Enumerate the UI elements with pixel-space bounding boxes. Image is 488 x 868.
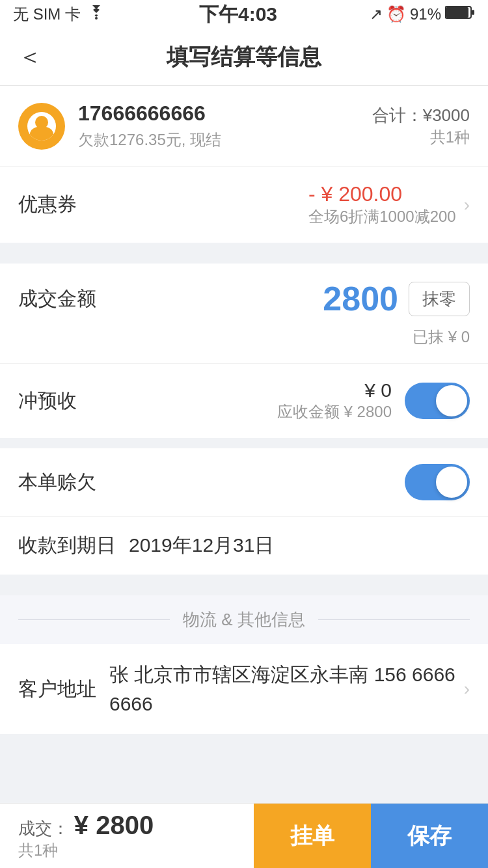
precharge-amount: ¥ 0 (277, 379, 392, 401)
address-row[interactable]: 客户地址 张 北京市市辖区海淀区永丰南 156 6666 6666 › (0, 644, 488, 734)
total-count: 共1种 (372, 127, 470, 148)
bottom-summary: 成交： ¥ 2800 共1种 (0, 811, 254, 861)
divider-gray-2 (0, 438, 488, 448)
page-title: 填写结算等信息 (167, 42, 321, 72)
duedate-row: 收款到期日 2019年12月31日 (0, 516, 488, 575)
bottom-bar: 成交： ¥ 2800 共1种 挂单 保存 (0, 803, 488, 868)
battery-icon (445, 5, 475, 23)
avatar (18, 103, 65, 150)
amount-number: 2800 (323, 279, 398, 318)
duedate-value: 2019年12月31日 (129, 532, 274, 559)
svg-point-0 (95, 17, 98, 20)
amount-value-group: 2800 抹零 (323, 279, 470, 318)
bottom-count: 共1种 (18, 840, 236, 861)
round-button[interactable]: 抹零 (409, 282, 470, 316)
address-label: 客户地址 (18, 676, 96, 703)
chevron-right-icon: › (464, 195, 470, 215)
credit-toggle-thumb (436, 467, 467, 498)
status-time: 下午4:03 (199, 1, 277, 28)
customer-row: 17666666666 欠款1276.35元, 现结 合计：¥3000 共1种 (0, 86, 488, 166)
amount-row: 成交金额 2800 抹零 (18, 279, 470, 318)
wifi-icon (86, 5, 107, 23)
save-button[interactable]: 保存 (371, 804, 488, 869)
nav-bar: ＜ 填写结算等信息 (0, 29, 488, 86)
avatar-icon (27, 112, 56, 141)
sim-label: 无 SIM 卡 (13, 4, 81, 25)
credit-label: 本单赊欠 (18, 469, 96, 496)
credit-row: 本单赊欠 (0, 448, 488, 516)
bottom-deal-amount: ¥ 2800 (74, 811, 154, 839)
total-label: 合计：¥3000 (372, 104, 470, 127)
hold-button[interactable]: 挂单 (254, 804, 371, 869)
status-right: ↗ ⏰ 91% (370, 5, 475, 23)
status-bar: 无 SIM 卡 下午4:03 ↗ ⏰ 91% (0, 0, 488, 29)
customer-info: 17666666666 欠款1276.35元, 现结 (78, 102, 221, 150)
precharge-right: ¥ 0 应收金额 ¥ 2800 (277, 379, 470, 422)
svg-rect-3 (472, 10, 474, 15)
coupon-description: 全场6折满1000减200 (308, 206, 456, 227)
location-icon: ↗ (370, 5, 383, 23)
logistics-line-left (18, 619, 170, 620)
coupon-row[interactable]: 优惠券 - ¥ 200.00 全场6折满1000减200 › (0, 166, 488, 243)
toggle-thumb (436, 385, 467, 416)
customer-right: 合计：¥3000 共1种 (372, 104, 470, 148)
credit-section: 本单赊欠 收款到期日 2019年12月31日 (0, 448, 488, 575)
divider-gray-3 (0, 585, 488, 595)
customer-debt: 欠款1276.35元, 现结 (78, 129, 221, 150)
logistics-divider: 物流 & 其他信息 (0, 595, 488, 644)
amount-section: 成交金额 2800 抹零 已抹 ¥ 0 (0, 264, 488, 363)
svg-rect-2 (446, 7, 468, 18)
precharge-label: 冲预收 (18, 388, 77, 414)
coupon-label: 优惠券 (18, 191, 77, 218)
coupon-discount: - ¥ 200.00 (308, 182, 456, 206)
coupon-right: - ¥ 200.00 全场6折满1000减200 › (308, 182, 470, 227)
amount-label: 成交金额 (18, 286, 96, 312)
battery-level: 91% (410, 5, 441, 23)
duedate-label: 收款到期日 (18, 532, 116, 559)
bottom-deal-label: 成交： (18, 819, 69, 838)
status-left: 无 SIM 卡 (13, 4, 107, 25)
back-button[interactable]: ＜ (18, 41, 42, 73)
divider-gray-1 (0, 253, 488, 264)
precharge-row: 冲预收 ¥ 0 应收金额 ¥ 2800 (0, 363, 488, 438)
customer-section: 17666666666 欠款1276.35元, 现结 合计：¥3000 共1种 … (0, 86, 488, 243)
customer-phone: 17666666666 (78, 102, 221, 126)
credit-toggle[interactable] (405, 464, 470, 500)
amount-sub: 已抹 ¥ 0 (413, 328, 470, 346)
bottom-deal-row: 成交： ¥ 2800 (18, 811, 236, 840)
alarm-icon: ⏰ (386, 5, 406, 23)
precharge-toggle[interactable] (405, 383, 470, 419)
address-chevron-icon: › (464, 679, 470, 699)
address-value: 张 北京市市辖区海淀区永丰南 156 6666 6666 (109, 660, 464, 718)
customer-left: 17666666666 欠款1276.35元, 现结 (18, 102, 221, 150)
precharge-value-group: ¥ 0 应收金额 ¥ 2800 (277, 379, 392, 422)
precharge-sub: 应收金额 ¥ 2800 (277, 401, 392, 422)
logistics-text: 物流 & 其他信息 (183, 608, 305, 631)
logistics-line-right (318, 619, 470, 620)
